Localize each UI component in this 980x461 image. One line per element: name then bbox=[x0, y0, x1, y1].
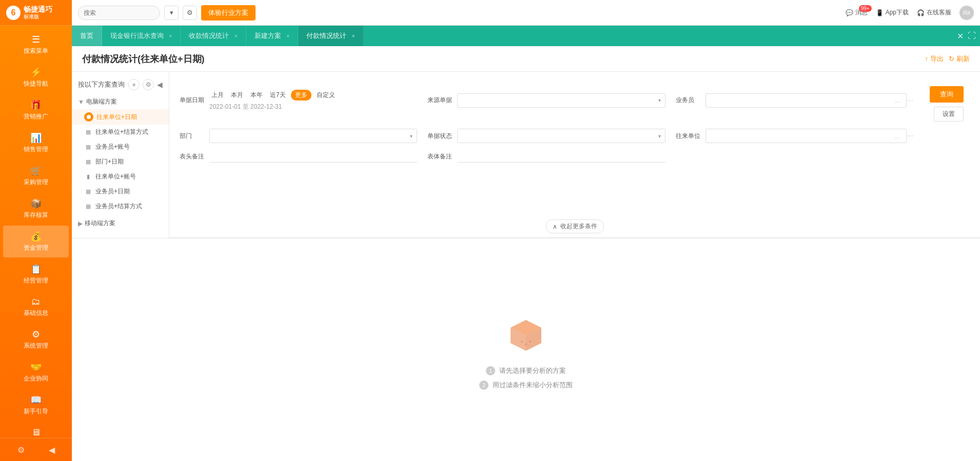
filter-field-date: 单据日期 上月 本月 本年 近7天 更多 自定义 20 bbox=[180, 90, 417, 111]
sidebar-item-basic-info[interactable]: 🗂 基础信息 bbox=[3, 291, 69, 323]
scheme-group-header-desktop[interactable]: ▼ 电脑端方案 bbox=[72, 94, 169, 109]
sidebar-item-sales[interactable]: 📊 销售管理 bbox=[3, 127, 69, 159]
sidebar-item-purchase[interactable]: 🛒 采购管理 bbox=[3, 160, 69, 192]
scheme-item-staff-date[interactable]: ▦ 业务员+日期 bbox=[72, 184, 169, 199]
scheme-item-staff-account[interactable]: ▦ 业务员+账号 bbox=[72, 139, 169, 154]
sidebar-item-operations[interactable]: 📋 经营管理 bbox=[3, 258, 69, 290]
sidebar-item-search-menu[interactable]: ☰ 搜索菜单 bbox=[3, 29, 69, 61]
tab-payment-stats-close[interactable]: × bbox=[351, 33, 355, 39]
tab-new-scheme-label: 新建方案 bbox=[254, 31, 281, 41]
doc-status-select[interactable]: ▾ bbox=[457, 129, 665, 143]
tab-new-scheme[interactable]: 新建方案 × bbox=[246, 26, 298, 46]
hardware-icon: 🖥 bbox=[31, 427, 41, 438]
dropdown-btn[interactable]: ▾ bbox=[164, 6, 179, 20]
tab-receipt-stats-close[interactable]: × bbox=[234, 33, 237, 39]
sidebar-item-enterprise[interactable]: 🤝 企业协同 bbox=[3, 356, 69, 388]
sidebar-item-system[interactable]: ⚙ 系统管理 bbox=[3, 324, 69, 355]
staff-select[interactable]: ... bbox=[705, 93, 907, 108]
app-download-btn[interactable]: 📱 App下载 bbox=[876, 8, 909, 17]
date-btn-this-year[interactable]: 本年 bbox=[248, 90, 265, 101]
collapse-btn[interactable]: ∧ 收起更多条件 bbox=[546, 219, 604, 233]
empty-svg bbox=[500, 310, 552, 361]
tab-new-scheme-close[interactable]: × bbox=[286, 33, 289, 39]
dept-select[interactable]: ▾ bbox=[209, 129, 417, 143]
quick-nav-icon: ⚡ bbox=[30, 67, 42, 78]
scheme-header-icons: + ⚙ ◀ bbox=[128, 79, 163, 90]
scheme-item-unit-account[interactable]: ▮ 往来单位+账号 bbox=[72, 169, 169, 184]
svg-point-7 bbox=[529, 340, 531, 343]
scheme-item-label: 部门+日期 bbox=[95, 157, 124, 166]
sidebar-item-hardware[interactable]: 🖥 智能硬件 bbox=[3, 422, 69, 438]
search-input[interactable] bbox=[78, 6, 160, 20]
sidebar-item-label: 资金管理 bbox=[24, 244, 48, 252]
filter-row-1: 单据日期 上月 本月 本年 近7天 更多 自定义 20 bbox=[180, 79, 970, 122]
scheme-item-staff-settle[interactable]: ▦ 业务员+结算方式 bbox=[72, 199, 169, 214]
scheme-add-btn[interactable]: + bbox=[128, 79, 140, 90]
table-header-note-input[interactable] bbox=[209, 150, 417, 163]
tab-home[interactable]: 首页 bbox=[72, 26, 102, 46]
notifications-btn[interactable]: 💬 消息 99+ bbox=[846, 8, 868, 17]
sidebar-item-capital[interactable]: 💰 资金管理 bbox=[3, 226, 69, 257]
refresh-btn[interactable]: ↻ 刷新 bbox=[949, 54, 970, 64]
export-btn[interactable]: ↑ 导出 bbox=[925, 54, 944, 64]
user-avatar[interactable]: Rit bbox=[959, 6, 974, 20]
scheme-item-label: 往来单位+日期 bbox=[96, 113, 137, 122]
step-1-num: 1 bbox=[486, 366, 495, 375]
date-btn-7days[interactable]: 近7天 bbox=[268, 90, 288, 101]
gear-btn[interactable]: ⚙ bbox=[183, 6, 197, 20]
sidebar-item-marketing[interactable]: 🎁 营销推广 bbox=[3, 94, 69, 126]
scheme-item-unit-date[interactable]: 往来单位+日期 bbox=[72, 109, 169, 125]
setting-btn[interactable]: 设置 bbox=[934, 107, 964, 122]
system-icon: ⚙ bbox=[32, 329, 40, 340]
table-icon: ▦ bbox=[84, 203, 92, 211]
tab-receipt-stats[interactable]: 收款情况统计 × bbox=[181, 26, 246, 46]
query-actions: 查询 设置 bbox=[924, 79, 970, 122]
date-btn-custom[interactable]: 自定义 bbox=[315, 90, 337, 101]
source-select[interactable]: ▾ bbox=[457, 93, 665, 108]
empty-state: 1 请先选择要分析的方案 2 用过滤条件来缩小分析范围 bbox=[72, 238, 980, 461]
tab-maximize-btn[interactable]: ⛶ bbox=[968, 31, 976, 41]
scheme-setting-btn[interactable]: ⚙ bbox=[143, 79, 154, 90]
sidebar-settings-btn[interactable]: ⚙ bbox=[17, 445, 25, 455]
query-btn[interactable]: 查询 bbox=[930, 86, 964, 103]
trial-btn[interactable]: 体验行业方案 bbox=[201, 5, 256, 21]
sidebar-logo: 6 畅捷通巧 标准版 bbox=[0, 0, 72, 26]
page-header: 付款情况统计(往来单位+日期) ↑ 导出 ↻ 刷新 bbox=[72, 46, 980, 72]
partner-select[interactable]: ... bbox=[705, 129, 907, 143]
tab-payment-stats-label: 付款情况统计 bbox=[306, 31, 346, 41]
scheme-item-label: 业务员+结算方式 bbox=[95, 202, 142, 211]
active-scheme-icon bbox=[84, 112, 93, 122]
table-body-note-label: 表体备注 bbox=[427, 152, 453, 161]
date-btn-last-month[interactable]: 上月 bbox=[209, 90, 226, 101]
sidebar-item-quick-nav[interactable]: ⚡ 快捷导航 bbox=[3, 62, 69, 93]
scheme-item-unit-settle[interactable]: ▦ 往来单位+结算方式 bbox=[72, 125, 169, 139]
chevron-up-icon: ∧ bbox=[553, 223, 557, 230]
svg-point-5 bbox=[521, 340, 523, 343]
tab-close-all-btn[interactable]: ✕ bbox=[957, 31, 964, 41]
online-service-label: 在线客服 bbox=[927, 8, 951, 17]
filter-field-doc-status: 单据状态 ▾ bbox=[427, 129, 665, 143]
partner-control: ... bbox=[705, 129, 907, 143]
scheme-item-dept-date[interactable]: ▦ 部门+日期 bbox=[72, 154, 169, 169]
tab-payment-stats[interactable]: 付款情况统计 × bbox=[298, 26, 363, 46]
filter-field-table-header-note: 表头备注 bbox=[180, 150, 417, 163]
date-btn-this-month[interactable]: 本月 bbox=[229, 90, 245, 101]
chevron-down-icon: ▾ bbox=[658, 133, 661, 139]
topbar-left: ▾ ⚙ 体验行业方案 bbox=[78, 5, 846, 21]
date-btn-more[interactable]: 更多 bbox=[291, 90, 311, 101]
scheme-group-label: 移动端方案 bbox=[85, 219, 115, 228]
filter-field-staff: 业务员 ... ··· bbox=[676, 93, 913, 108]
sidebar-item-guide[interactable]: 📖 新手引导 bbox=[3, 389, 69, 421]
online-service-btn[interactable]: 🎧 在线客服 bbox=[917, 8, 951, 17]
scheme-collapse-btn[interactable]: ◀ bbox=[157, 81, 163, 89]
table-body-note-input[interactable] bbox=[457, 150, 665, 163]
tab-bank-flow-close[interactable]: × bbox=[169, 33, 172, 39]
export-icon: ↑ bbox=[925, 55, 929, 63]
tab-bank-flow[interactable]: 现金银行流水查询 × bbox=[102, 26, 181, 46]
sidebar-collapse-btn[interactable]: ◀ bbox=[49, 445, 55, 455]
scheme-group-header-mobile[interactable]: ▶ 移动端方案 bbox=[72, 216, 169, 231]
partner-more-btn[interactable]: ··· bbox=[907, 131, 913, 141]
service-icon: 🎧 bbox=[917, 9, 925, 16]
staff-more-btn[interactable]: ··· bbox=[907, 96, 913, 105]
sidebar-item-inventory[interactable]: 📦 库存核算 bbox=[3, 193, 69, 225]
